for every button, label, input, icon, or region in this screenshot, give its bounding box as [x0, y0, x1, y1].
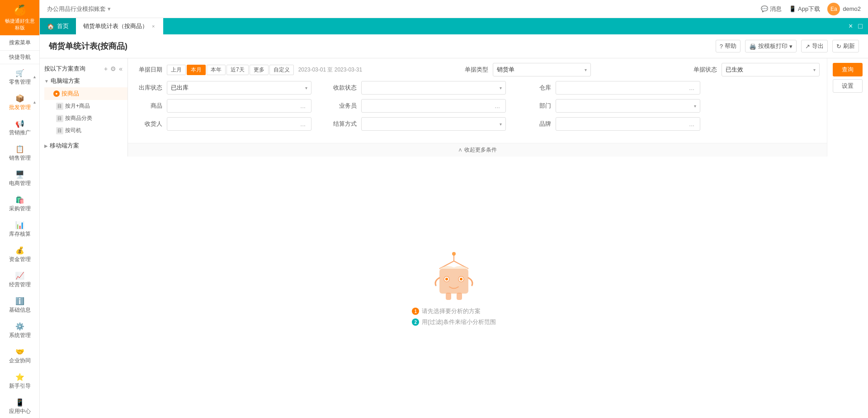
settings-scheme-icon[interactable]: ⚙ — [110, 65, 117, 73]
tree-mobile-section[interactable]: ▶ 移动端方案 — [40, 139, 127, 152]
sidebar-item-purchase[interactable]: 🛍️ 采购管理 — [0, 191, 39, 216]
doc-status-select[interactable]: 已生效 ▾ — [722, 63, 820, 76]
tab-home[interactable]: 🏠 首页 — [40, 18, 76, 34]
home-icon: 🏠 — [47, 23, 54, 30]
operations-label: 经营管理 — [9, 281, 31, 289]
brand-dots-icon[interactable]: ... — [687, 120, 696, 128]
user-profile-btn[interactable]: Ea demo2 — [827, 3, 861, 15]
inventory-icon: 📊 — [15, 221, 24, 229]
tree-item-goods-category[interactable]: 目 按商品分类 — [44, 112, 127, 124]
step-2-text: 用[过滤]条件来缩小分析范围 — [422, 318, 495, 326]
sidebar-item-marketing[interactable]: 📢 营销推广 — [0, 115, 39, 140]
sidebar-item-basic-info[interactable]: ℹ️ 基础信息 — [0, 292, 39, 318]
user-initial: Ea — [830, 6, 837, 12]
sidebar-item-finance[interactable]: 💰 资金管理 — [0, 242, 39, 267]
staff-dots-icon[interactable]: ... — [493, 102, 502, 109]
sales-icon: 📋 — [15, 145, 24, 153]
date-year-btn[interactable]: 本年 — [207, 65, 226, 75]
warehouse-select[interactable]: ... — [556, 81, 700, 95]
sales-label: 销售管理 — [9, 154, 31, 162]
tabs-right-actions: × □ — [847, 18, 868, 34]
refresh-btn[interactable]: ↻ 刷新 — [832, 40, 859, 52]
sidebar-search-menu[interactable]: 搜索菜单 — [0, 35, 39, 51]
wholesale-icon: 📦 — [15, 94, 24, 103]
sidebar-item-inventory[interactable]: 📊 库存核算 — [0, 216, 39, 242]
sidebar-item-enterprise[interactable]: 🤝 企业协同 — [0, 343, 39, 368]
sidebar-item-operations[interactable]: 📈 经营管理 — [0, 267, 39, 292]
tree-item-label-month-goods: 按月+商品 — [65, 102, 90, 110]
system-icon: ⚙️ — [15, 322, 24, 331]
sidebar-logo[interactable]: 🍊 畅捷通好生意 标版 — [0, 0, 39, 35]
export-icon: ↗ — [805, 43, 810, 50]
export-btn[interactable]: ↗ 导出 — [801, 40, 828, 52]
svg-point-4 — [460, 278, 462, 280]
tab-minimize-btn[interactable]: × — [847, 20, 854, 32]
avatar: Ea — [827, 3, 840, 15]
collapse-btn[interactable]: ∧ 收起更多条件 — [128, 143, 827, 157]
settle-select[interactable]: ▾ — [361, 117, 506, 131]
empty-text: 1 请先选择要分析的方案 2 用[过滤]条件来缩小分析范围 — [412, 307, 495, 326]
help-btn[interactable]: ? 帮助 — [716, 40, 741, 52]
date-prev-btn[interactable]: 上月 — [167, 65, 186, 75]
message-label: 消息 — [770, 5, 782, 13]
tree-pc-section[interactable]: ▼ 电脑端方案 — [40, 75, 127, 87]
sidebar-item-sales[interactable]: 📋 销售管理 — [0, 140, 39, 166]
svg-rect-8 — [457, 293, 462, 300]
receiver-dots-icon[interactable]: ... — [298, 120, 307, 128]
goods-select[interactable]: ... — [167, 99, 311, 113]
goods-dots-icon[interactable]: ... — [298, 102, 307, 109]
sidebar: 🍊 畅捷通好生意 标版 搜索菜单 快捷导航 🛒 零售管理 ▲ 📦 批发管理 ▲ … — [0, 0, 40, 418]
receiver-select[interactable]: ... — [167, 117, 311, 131]
topbar-title: 办公用品行业模拟账套 ▾ — [47, 5, 111, 13]
doc-type-select[interactable]: 销货单 ▾ — [493, 63, 591, 76]
warehouse-dots-icon[interactable]: ... — [687, 84, 696, 91]
message-btn[interactable]: 💬 消息 — [761, 5, 782, 13]
industry-arrow[interactable]: ▾ — [108, 5, 111, 12]
basic-info-icon: ℹ️ — [15, 297, 24, 305]
sidebar-item-ecommerce[interactable]: 🖥️ 电商管理 — [0, 166, 39, 191]
add-scheme-icon[interactable]: + — [104, 65, 108, 73]
date-label: 单据日期 — [135, 66, 162, 74]
sidebar-quick-nav[interactable]: 快捷导航 — [0, 51, 39, 64]
page-content: 销货单统计表(按商品) ? 帮助 🖨️ 按模板打印 ▾ ↗ 导出 ↻ 刷新 — [40, 34, 868, 418]
doc-status-arrow-icon: ▾ — [813, 67, 816, 72]
svg-rect-0 — [439, 269, 468, 294]
settings-btn[interactable]: 设置 — [833, 79, 863, 93]
receiver-label: 收货人 — [135, 120, 162, 128]
brand-select[interactable]: ... — [556, 117, 700, 131]
print-arrow-icon: ▾ — [789, 43, 793, 50]
payment-status-select[interactable]: ▾ — [361, 81, 506, 95]
tab-maximize-btn[interactable]: □ — [856, 20, 864, 32]
sidebar-item-retail[interactable]: 🛒 零售管理 ▲ — [0, 64, 39, 90]
staff-select[interactable]: ... — [361, 99, 506, 113]
sidebar-item-system[interactable]: ⚙️ 系统管理 — [0, 318, 39, 343]
app-download-btn[interactable]: 📱 App下载 — [789, 5, 820, 13]
tab-close-icon[interactable]: × — [151, 23, 156, 29]
inventory-label: 库存核算 — [9, 230, 31, 238]
collapse-panel-icon[interactable]: « — [118, 65, 123, 73]
purchase-icon: 🛍️ — [15, 195, 24, 204]
empty-illustration — [427, 248, 481, 303]
dept-select[interactable]: ▾ — [556, 99, 700, 113]
dept-label: 部门 — [524, 102, 551, 110]
tree-item-driver[interactable]: 目 按司机 — [44, 124, 127, 137]
tree-item-month-goods[interactable]: 目 按月+商品 — [44, 100, 127, 112]
tab-active[interactable]: 销货单统计表（按商品） × — [76, 18, 163, 34]
date-current-btn[interactable]: 本月 — [187, 65, 206, 75]
mobile-expand-icon: ▶ — [44, 143, 48, 148]
date-more-btn[interactable]: 更多 — [250, 65, 269, 75]
sidebar-item-newbie[interactable]: ⭐ 新手引导 — [0, 368, 39, 394]
date-7days-btn[interactable]: 近7天 — [226, 65, 249, 75]
print-btn[interactable]: 🖨️ 按模板打印 ▾ — [745, 40, 797, 52]
date-custom-btn[interactable]: 自定义 — [269, 65, 294, 75]
sidebar-item-app-center[interactable]: 📱 应用中心 — [0, 394, 39, 418]
sidebar-item-wholesale[interactable]: 📦 批发管理 ▲ — [0, 90, 39, 115]
out-status-select[interactable]: 已出库 ▾ — [167, 81, 311, 95]
help-label: 帮助 — [725, 42, 736, 50]
quick-nav-label: 快捷导航 — [9, 54, 31, 60]
print-label: 按模板打印 — [758, 42, 788, 50]
export-label: 导出 — [812, 42, 824, 50]
tree-item-by-goods[interactable]: ● 按商品 — [44, 87, 127, 100]
topbar-right: 💬 消息 📱 App下载 Ea demo2 — [761, 3, 861, 15]
query-btn[interactable]: 查询 — [833, 63, 863, 76]
